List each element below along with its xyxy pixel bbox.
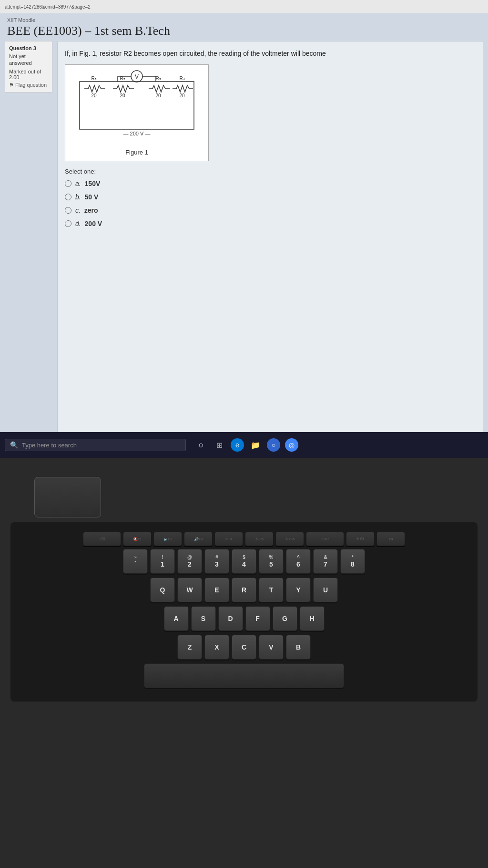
taskbar: 🔍 Type here to search ○ ⊞ e 📁 ○ ◎ — [0, 432, 488, 458]
number-key-row: ~` !1 @2 #3 $4 %5 ^6 &7 — [18, 549, 470, 574]
question-status: Not yet answered — [9, 53, 48, 67]
key-2[interactable]: @2 — [177, 549, 202, 574]
option-c-row[interactable]: c. zero — [65, 207, 476, 214]
edge-browser-icon[interactable]: e — [231, 438, 244, 452]
key-1[interactable]: !1 — [150, 549, 175, 574]
keyboard-area: ⌫ 🔇 F1 🔉 F2 🔊 F3 ✕ F4 ☀- F5 ☀+ — [0, 458, 488, 868]
search-icon: 🔍 — [10, 441, 18, 449]
key-x[interactable]: X — [204, 635, 229, 660]
page-title: BEE (EE1003) – 1st sem B.Tech — [7, 24, 481, 38]
sidebar: Question 3 Not yet answered Marked out o… — [5, 41, 52, 451]
option-d-row[interactable]: d. 200 V — [65, 220, 476, 227]
option-d-radio[interactable] — [65, 220, 71, 227]
fn-key-f5[interactable]: ☀- F5 — [245, 532, 274, 546]
option-c-radio[interactable] — [65, 207, 71, 214]
fn-key-f2[interactable]: 🔉 F2 — [153, 532, 182, 546]
key-8[interactable]: *8 — [340, 549, 365, 574]
key-t[interactable]: T — [259, 578, 284, 602]
option-a-radio[interactable] — [65, 180, 71, 187]
circuit-svg: V R₁ 20 R₂ — [70, 70, 203, 146]
moodle-header: XIIT Moodle BEE (EE1003) – 1st sem B.Tec… — [0, 13, 488, 41]
key-7[interactable]: &7 — [313, 549, 338, 574]
key-r[interactable]: R — [232, 578, 256, 602]
option-a-label: a. 150V — [75, 180, 100, 187]
start-button[interactable]: ○ — [194, 438, 208, 452]
content-area: Question 3 Not yet answered Marked out o… — [0, 41, 488, 451]
select-one-label: Select one: — [65, 168, 476, 175]
key-f[interactable]: F — [245, 606, 270, 631]
chrome-icon[interactable]: ◎ — [285, 438, 298, 452]
key-b[interactable]: B — [286, 635, 311, 660]
search-input-placeholder[interactable]: Type here to search — [22, 442, 77, 449]
key-z[interactable]: Z — [177, 635, 202, 660]
question-number: Question 3 — [9, 45, 48, 51]
svg-text:V: V — [135, 73, 139, 80]
browser-url: attempt=1427286&cmid=38977&page=2 — [5, 4, 91, 10]
svg-text:20: 20 — [91, 93, 97, 98]
fn-key-f3[interactable]: 🔊 F3 — [184, 532, 213, 546]
question-text: If, in Fig. 1, resistor R2 becomes open … — [65, 49, 476, 59]
keyboard: ⌫ 🔇 F1 🔉 F2 🔊 F3 ✕ F4 ☀- F5 ☀+ — [10, 522, 478, 702]
key-u[interactable]: U — [313, 578, 338, 602]
screen-area: attempt=1427286&cmid=38977&page=2 XIIT M… — [0, 0, 488, 458]
svg-text:R₃: R₃ — [155, 76, 161, 81]
fn-key-f8[interactable]: ✈ F8 — [346, 532, 375, 546]
key-q[interactable]: Q — [150, 578, 175, 602]
space-key[interactable] — [144, 663, 344, 688]
qwerty-key-row: Q W E R T Y U — [18, 578, 470, 602]
key-4[interactable]: $4 — [232, 549, 256, 574]
circuit-diagram: V R₁ 20 R₂ — [65, 64, 209, 161]
svg-text:R₄: R₄ — [179, 76, 184, 81]
fn-key-f9[interactable]: F9 — [376, 532, 405, 546]
flag-question-button[interactable]: ⚑ Flag question — [9, 82, 48, 88]
taskbar-search-bar[interactable]: 🔍 Type here to search — [5, 439, 186, 451]
svg-text:20: 20 — [155, 93, 161, 98]
option-b-label: b. 50 V — [75, 193, 98, 201]
question-container: If, in Fig. 1, resistor R2 becomes open … — [57, 41, 483, 451]
browser-bar: attempt=1427286&cmid=38977&page=2 — [0, 0, 488, 13]
key-6[interactable]: ^6 — [286, 549, 311, 574]
fn-key-f7[interactable]: ▭ F7 — [306, 532, 344, 546]
fn-key-f4[interactable]: ✕ F4 — [214, 532, 243, 546]
figure-label: Figure 1 — [70, 149, 203, 156]
key-c[interactable]: C — [232, 635, 256, 660]
fn-key-row: ⌫ 🔇 F1 🔉 F2 🔊 F3 ✕ F4 ☀- F5 ☀+ — [18, 532, 470, 546]
key-v[interactable]: V — [259, 635, 284, 660]
key-g[interactable]: G — [273, 606, 297, 631]
svg-text:— 200 V —: — 200 V — — [123, 131, 151, 136]
trackpad[interactable] — [34, 477, 101, 517]
sidebar-card: Question 3 Not yet answered Marked out o… — [5, 41, 52, 93]
svg-text:R₁: R₁ — [91, 76, 96, 81]
key-y[interactable]: Y — [286, 578, 311, 602]
moodle-brand: XIIT Moodle — [7, 17, 481, 23]
cortana-icon[interactable]: ○ — [267, 438, 280, 452]
file-explorer-icon[interactable]: 📁 — [249, 438, 262, 452]
svg-text:20: 20 — [120, 93, 125, 98]
svg-rect-2 — [80, 82, 194, 129]
svg-text:20: 20 — [179, 93, 185, 98]
key-h[interactable]: H — [300, 606, 325, 631]
space-key-row — [18, 663, 470, 688]
option-b-row[interactable]: b. 50 V — [65, 193, 476, 201]
key-s[interactable]: S — [191, 606, 216, 631]
zxcv-key-row: Z X C V B — [18, 635, 470, 660]
option-c-label: c. zero — [75, 207, 98, 214]
option-b-radio[interactable] — [65, 194, 71, 200]
asdf-key-row: A S D F G H — [18, 606, 470, 631]
fn-key-f6[interactable]: ☀+ F6 — [275, 532, 304, 546]
task-view-button[interactable]: ⊞ — [213, 438, 226, 452]
key-a[interactable]: A — [164, 606, 189, 631]
option-a-row[interactable]: a. 150V — [65, 180, 476, 187]
fn-key-f1[interactable]: 🔇 F1 — [123, 532, 152, 546]
key-5[interactable]: %5 — [259, 549, 284, 574]
marks-info: Marked out of 2.00 — [9, 69, 48, 80]
svg-text:R₂: R₂ — [120, 76, 125, 81]
option-d-label: d. 200 V — [75, 220, 102, 227]
key-e[interactable]: E — [204, 578, 229, 602]
taskbar-icons: ○ ⊞ e 📁 ○ ◎ — [194, 438, 298, 452]
key-w[interactable]: W — [177, 578, 202, 602]
key-3[interactable]: #3 — [204, 549, 229, 574]
key-backtick[interactable]: ~` — [123, 549, 148, 574]
key-d[interactable]: D — [218, 606, 243, 631]
fn-key-esc[interactable]: ⌫ — [83, 532, 121, 546]
